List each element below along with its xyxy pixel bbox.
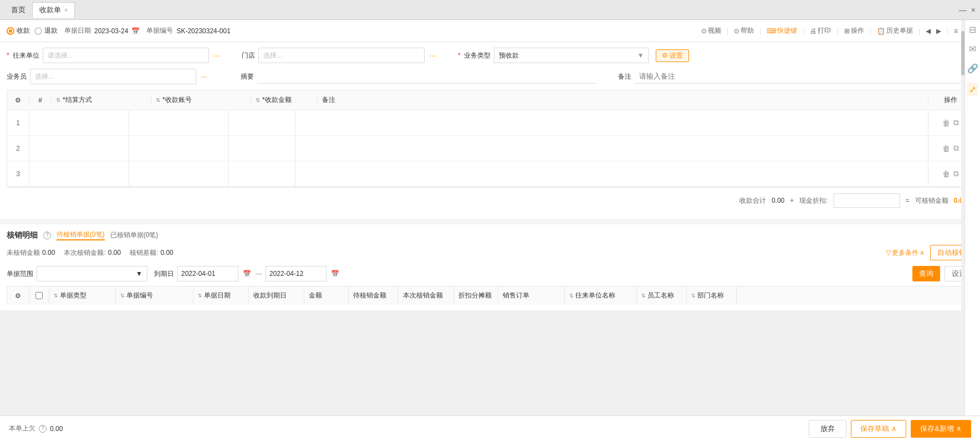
td-amount-2[interactable] <box>229 136 295 161</box>
query-btn[interactable]: 查询 <box>912 266 940 281</box>
bth-gear[interactable]: ⚙ <box>7 286 29 305</box>
th-receipt-amount: ⇅ *收款金额 <box>251 95 318 105</box>
pending-tab[interactable]: 待核销单据(0笔) <box>57 230 105 240</box>
bth-discount: 折扣分摊额 <box>454 286 498 305</box>
copy-icon-1[interactable]: ⧉ <box>953 118 959 127</box>
history-btn[interactable]: 📋 历史单据 <box>877 26 913 35</box>
delete-icon-3[interactable]: 🗑 <box>942 170 950 178</box>
td-settle-2[interactable] <box>29 136 129 161</box>
range-select[interactable]: ▼ <box>37 266 147 281</box>
td-amount-1[interactable] <box>229 110 295 135</box>
th-gear[interactable]: ⚙ <box>7 96 29 104</box>
more-filter-btn[interactable]: ▽ 更多条件 ∧ <box>886 248 925 258</box>
print-btn[interactable]: 🖨 打印 <box>810 26 831 35</box>
sidebar-table-icon[interactable]: ⊟ <box>969 24 976 35</box>
td-account-1[interactable] <box>129 110 229 135</box>
remark-label: 备注 <box>618 72 631 81</box>
bth-check[interactable] <box>29 286 49 305</box>
date-field: 单据日期 2023-03-24 📅 <box>64 26 140 35</box>
partner-more-btn[interactable]: ··· <box>213 51 220 60</box>
bth-this-amount: 本次核销金额 <box>399 286 454 305</box>
copy-icon-3[interactable]: ⧉ <box>953 169 959 178</box>
sidebar-link-icon[interactable]: 🔗 <box>967 63 978 74</box>
store-more-btn[interactable]: ··· <box>429 51 436 60</box>
td-account-2[interactable] <box>129 136 229 161</box>
footer-right: 放弃 保存草稿 ∧ 保存&新增 ∧ <box>809 420 971 438</box>
store-label: 门店 <box>242 51 255 60</box>
history-label: 历史单据 <box>886 26 913 35</box>
td-remark-2[interactable] <box>295 136 928 161</box>
draft-btn[interactable]: 保存草稿 ∧ <box>851 420 906 438</box>
abandon-btn[interactable]: 放弃 <box>809 420 846 438</box>
sidebar-expand-icon[interactable]: ⤢ <box>967 83 978 96</box>
filter-right: ▽ 更多条件 ∧ 自动核销 <box>886 245 973 260</box>
sort-icon-2: ⇅ <box>156 97 160 103</box>
section-divider <box>0 219 980 224</box>
help-btn[interactable]: ⊙ 帮助 <box>734 26 754 35</box>
draft-arrow-icon: ∧ <box>891 424 897 433</box>
sort-icon-staff: ⇅ <box>641 293 646 299</box>
number-label: 单据编号 <box>146 26 173 35</box>
operation-btn[interactable]: ⊞ 操作 <box>844 26 864 35</box>
select-all-checkbox[interactable] <box>35 292 43 299</box>
th-remark: 备注 <box>318 95 928 105</box>
td-remark-3[interactable] <box>295 161 928 186</box>
discount-input[interactable] <box>834 193 900 208</box>
radio-refund[interactable]: 退款 <box>34 26 58 35</box>
shortcut-btn[interactable]: ⌨ 快捷键 <box>767 26 797 35</box>
save-btn[interactable]: 保存&新增 ∧ <box>911 420 971 438</box>
date-calendar-start[interactable]: 📅 <box>243 270 251 278</box>
date-calendar-icon[interactable]: 📅 <box>131 27 140 35</box>
date-label: 单据日期 <box>64 26 91 35</box>
td-remark-1[interactable] <box>295 110 928 135</box>
delete-icon-2[interactable]: 🗑 <box>942 144 950 153</box>
date-calendar-end[interactable]: 📅 <box>331 270 339 278</box>
verify-header: 核销明细 ? 待核销单据(0笔) 已核销单据(0笔) <box>7 230 973 240</box>
scrollbar-track <box>961 20 964 416</box>
tab-home[interactable]: 首页 <box>4 2 32 18</box>
summary-input[interactable] <box>257 69 596 84</box>
minimize-btn[interactable]: — <box>959 6 967 14</box>
delete-icon-1[interactable]: 🗑 <box>942 119 950 127</box>
scrollbar-thumb[interactable] <box>961 31 964 75</box>
summary-field: 摘要 <box>241 69 596 84</box>
settings-btn[interactable]: ⚙ 设置 <box>656 49 689 62</box>
sidebar-mail-icon[interactable]: ✉ <box>969 44 976 54</box>
done-tab[interactable]: 已核销单据(0笔) <box>110 230 159 240</box>
staff-more-btn[interactable]: ··· <box>201 72 207 81</box>
this-stat: 本次核销金额: 0.00 <box>64 248 121 258</box>
radio-receipt[interactable]: 收款 <box>7 26 30 35</box>
limit-label: 本单上欠 <box>9 424 35 433</box>
tab-close-icon[interactable]: × <box>64 7 68 13</box>
limit-info-icon[interactable]: ? <box>39 425 47 433</box>
tab-receipt-label: 收款单 <box>39 5 61 15</box>
sort-icon-dept: ⇅ <box>691 293 696 299</box>
copy-icon-2[interactable]: ⧉ <box>953 143 959 153</box>
td-account-3[interactable] <box>129 161 229 186</box>
tab-receipt[interactable]: 收款单 × <box>32 2 75 18</box>
list-view-icon[interactable]: ≡ <box>954 27 958 35</box>
th-remark-label: 备注 <box>322 95 335 105</box>
remark-input[interactable] <box>635 69 973 84</box>
th-row-num: # <box>29 96 52 104</box>
next-icon[interactable]: ▶ <box>936 27 941 35</box>
date-value: 2023-03-24 <box>94 27 128 35</box>
td-settle-3[interactable] <box>29 161 129 186</box>
footer-left: 本单上欠 ? 0.00 <box>9 424 63 433</box>
due-date-start-input[interactable]: 2022-04-01 <box>177 266 238 281</box>
discount-label: 现金折扣: <box>799 196 828 206</box>
print-label: 打印 <box>818 26 831 35</box>
prev-icon[interactable]: ◀ <box>926 27 931 35</box>
td-num-2: 2 <box>7 136 29 161</box>
video-btn[interactable]: ⊙ 视频 <box>701 26 721 35</box>
partner-input[interactable]: 请选择... <box>43 48 209 63</box>
due-date-end-input[interactable]: 2022-04-12 <box>266 266 326 281</box>
td-amount-3[interactable] <box>229 161 295 186</box>
toolbar: 收款 退款 单据日期 2023-03-24 📅 单据编号 SK-20230324… <box>0 20 980 42</box>
td-settle-1[interactable] <box>29 110 129 135</box>
verify-info-icon[interactable]: ? <box>43 232 51 239</box>
close-btn[interactable]: × <box>971 6 976 14</box>
store-input[interactable]: 选择... <box>258 48 425 63</box>
staff-input[interactable]: 选择... <box>30 69 196 84</box>
biz-type-select[interactable]: 预收款 ▼ <box>494 48 649 63</box>
